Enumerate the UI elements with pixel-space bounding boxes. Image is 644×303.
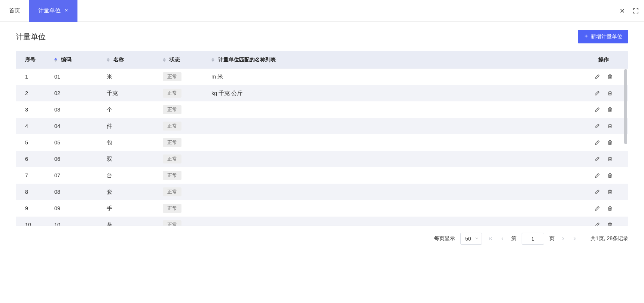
scrollbar-thumb[interactable] — [624, 69, 627, 144]
add-unit-button[interactable]: 新增计量单位 — [578, 30, 628, 43]
col-header-status[interactable]: 状态 — [158, 51, 207, 68]
cell-actions — [579, 85, 628, 101]
edit-icon[interactable] — [594, 221, 601, 226]
delete-icon[interactable] — [607, 221, 613, 226]
delete-icon[interactable] — [607, 106, 613, 113]
plus-icon — [584, 34, 589, 40]
close-icon[interactable] — [64, 8, 68, 13]
edit-icon[interactable] — [594, 139, 601, 146]
topbar-actions — [619, 7, 644, 15]
tab-bar: 首页 计量单位 — [0, 0, 644, 22]
edit-icon[interactable] — [594, 172, 601, 179]
cell-code: 03 — [50, 101, 102, 118]
status-badge: 正常 — [163, 138, 181, 147]
delete-icon[interactable] — [607, 172, 613, 179]
cell-seq: 7 — [16, 167, 50, 184]
table-scroll[interactable]: 序号 编码 — [16, 51, 628, 226]
cell-seq: 6 — [16, 151, 50, 167]
cell-status: 正常 — [158, 101, 207, 118]
close-icon[interactable] — [619, 7, 626, 15]
cell-name: 套 — [102, 184, 158, 200]
cell-seq: 5 — [16, 134, 50, 151]
per-page-select[interactable]: 50 — [460, 233, 482, 245]
cell-match — [207, 134, 579, 151]
col-header-seq: 序号 — [16, 51, 50, 68]
cell-match — [207, 167, 579, 184]
sort-icon — [163, 58, 166, 62]
first-page-icon[interactable] — [487, 235, 494, 242]
status-badge: 正常 — [163, 220, 181, 226]
cell-actions — [579, 184, 628, 200]
edit-icon[interactable] — [594, 205, 601, 212]
delete-icon[interactable] — [607, 90, 613, 97]
cell-code: 08 — [50, 184, 102, 200]
cell-status: 正常 — [158, 217, 207, 226]
cell-status: 正常 — [158, 118, 207, 134]
page-suffix: 页 — [549, 235, 555, 242]
edit-icon[interactable] — [594, 123, 601, 129]
cell-code: 06 — [50, 151, 102, 167]
last-page-icon[interactable] — [572, 235, 579, 242]
cell-status: 正常 — [158, 200, 207, 217]
col-header-code[interactable]: 编码 — [50, 51, 102, 68]
status-badge: 正常 — [163, 72, 181, 81]
cell-code: 02 — [50, 85, 102, 101]
cell-name: 件 — [102, 118, 158, 134]
cell-seq: 10 — [16, 217, 50, 226]
tab-home[interactable]: 首页 — [0, 0, 29, 22]
cell-actions — [579, 167, 628, 184]
col-header-name[interactable]: 名称 — [102, 51, 158, 68]
delete-icon[interactable] — [607, 73, 613, 80]
panel-header: 计量单位 新增计量单位 — [16, 30, 628, 43]
per-page-label: 每页显示 — [434, 235, 455, 242]
cell-code: 04 — [50, 118, 102, 134]
edit-icon[interactable] — [594, 156, 601, 162]
tab-measure-unit[interactable]: 计量单位 — [29, 0, 77, 22]
col-header-match[interactable]: 计量单位匹配的名称列表 — [207, 51, 579, 68]
edit-icon[interactable] — [594, 73, 601, 80]
cell-seq: 8 — [16, 184, 50, 200]
table: 序号 编码 — [16, 51, 628, 226]
pagination: 每页显示 50 第 页 — [16, 226, 628, 248]
cell-seq: 4 — [16, 118, 50, 134]
prev-page-icon[interactable] — [499, 235, 506, 242]
cell-actions — [579, 68, 628, 85]
delete-icon[interactable] — [607, 139, 613, 146]
cell-code: 10 — [50, 217, 102, 226]
table-row: 404件正常 — [16, 118, 628, 134]
delete-icon[interactable] — [607, 205, 613, 212]
scrollbar-track[interactable] — [624, 69, 627, 225]
page-title: 计量单位 — [16, 32, 46, 42]
next-page-icon[interactable] — [560, 235, 567, 242]
page-prefix: 第 — [511, 235, 516, 242]
fullscreen-icon[interactable] — [632, 7, 640, 15]
page: 计量单位 新增计量单位 序号 — [0, 22, 644, 252]
cell-name: 台 — [102, 167, 158, 184]
cell-code: 05 — [50, 134, 102, 151]
status-badge: 正常 — [163, 171, 181, 180]
cell-name: 条 — [102, 217, 158, 226]
edit-icon[interactable] — [594, 90, 601, 97]
panel: 计量单位 新增计量单位 序号 — [4, 30, 640, 248]
col-header-actions: 操作 — [579, 51, 628, 68]
table-row: 303个正常 — [16, 101, 628, 118]
pager-summary: 共1页, 28条记录 — [590, 235, 628, 242]
table-row: 101米正常m 米 — [16, 68, 628, 85]
cell-name: 包 — [102, 134, 158, 151]
status-badge: 正常 — [163, 204, 181, 213]
cell-code: 09 — [50, 200, 102, 217]
delete-icon[interactable] — [607, 189, 613, 195]
cell-actions — [579, 118, 628, 134]
delete-icon[interactable] — [607, 156, 613, 162]
sort-icon — [54, 58, 57, 62]
cell-actions — [579, 134, 628, 151]
edit-icon[interactable] — [594, 106, 601, 113]
edit-icon[interactable] — [594, 189, 601, 195]
cell-match — [207, 118, 579, 134]
cell-status: 正常 — [158, 85, 207, 101]
page-input[interactable] — [522, 233, 544, 245]
cell-status: 正常 — [158, 68, 207, 85]
status-badge: 正常 — [163, 154, 181, 163]
delete-icon[interactable] — [607, 123, 613, 129]
tab-home-label: 首页 — [9, 7, 20, 14]
